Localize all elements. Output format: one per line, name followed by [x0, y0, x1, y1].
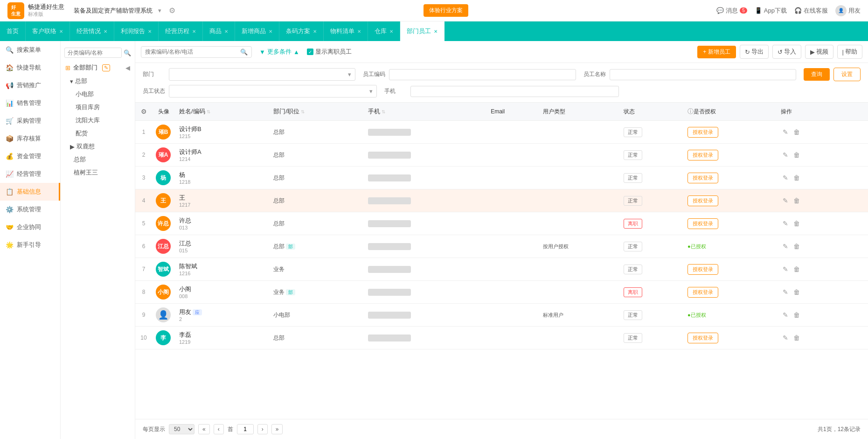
- close-tab-icon[interactable]: ✕: [104, 29, 107, 34]
- column-settings-button[interactable]: ⚙: [141, 108, 147, 115]
- dept-item-project-room[interactable]: 项目库房: [61, 101, 135, 114]
- message-button[interactable]: 💬 消息 5: [716, 7, 747, 15]
- dept-item-delivery[interactable]: 配货: [61, 127, 135, 140]
- help-button[interactable]: | 帮助: [837, 45, 862, 59]
- tab-bom[interactable]: 物料清单 ✕: [324, 21, 368, 41]
- delete-button[interactable]: 🗑: [792, 287, 802, 297]
- tab-profit[interactable]: 利润报告 ✕: [114, 21, 159, 41]
- emp-name-input[interactable]: [610, 69, 796, 80]
- dropdown-arrow-icon[interactable]: ▾: [158, 7, 161, 14]
- emp-status-select[interactable]: ▾: [169, 85, 377, 98]
- first-page-button[interactable]: «: [198, 424, 210, 434]
- authorize-button[interactable]: 授权登录: [687, 173, 718, 183]
- view-button[interactable]: ▶ 视频: [805, 45, 833, 59]
- dept-collapse-icon[interactable]: ◀: [125, 64, 130, 71]
- dept-select[interactable]: ▾: [169, 68, 355, 81]
- dept-search-input[interactable]: [64, 48, 122, 58]
- delete-button[interactable]: 🗑: [792, 150, 802, 160]
- sidebar-item-purchase[interactable]: 🛒 采购管理: [0, 112, 60, 130]
- close-tab-icon[interactable]: ✕: [389, 29, 393, 34]
- show-resigned-toggle[interactable]: ✓ 显示离职员工: [307, 48, 352, 56]
- sidebar-item-basic[interactable]: 📋 基础信息: [0, 183, 60, 201]
- close-tab-icon[interactable]: ✕: [269, 29, 272, 34]
- delete-button[interactable]: 🗑: [792, 310, 802, 320]
- edit-button[interactable]: ✎: [781, 287, 790, 297]
- edit-button[interactable]: ✎: [781, 242, 790, 251]
- gear-icon[interactable]: ⚙: [169, 6, 175, 15]
- dept-item-headquarters[interactable]: ▾ 总部: [61, 75, 135, 88]
- col-dept[interactable]: 部门/职位 ⇅: [270, 103, 364, 121]
- authorize-button[interactable]: 授权登录: [687, 264, 718, 275]
- online-service-button[interactable]: 🎧 在线客服: [794, 7, 828, 15]
- close-tab-icon[interactable]: ✕: [357, 29, 361, 34]
- authorize-button[interactable]: 授权登录: [687, 127, 718, 138]
- close-tab-icon[interactable]: ✕: [313, 29, 317, 34]
- tab-history[interactable]: 经营历程 ✕: [159, 21, 203, 41]
- prev-page-button[interactable]: ‹: [214, 424, 224, 434]
- delete-button[interactable]: 🗑: [792, 173, 802, 182]
- tab-employees[interactable]: 部门员工 ✕: [400, 21, 444, 41]
- delete-button[interactable]: 🗑: [792, 265, 802, 274]
- delete-button[interactable]: 🗑: [792, 196, 802, 205]
- tab-customer[interactable]: 客户联络 ✕: [26, 21, 70, 41]
- tab-new-goods[interactable]: 新增商品 ✕: [235, 21, 279, 41]
- authorize-button[interactable]: 授权登录: [687, 150, 718, 160]
- tab-operation[interactable]: 经营情况 ✕: [70, 21, 114, 41]
- col-name[interactable]: 姓名/编码 ⇅: [175, 103, 270, 121]
- search-button[interactable]: 查询: [804, 68, 830, 81]
- dept-item-shenyang[interactable]: 沈阳大库: [61, 114, 135, 127]
- sidebar-item-management[interactable]: 📈 经营管理: [0, 165, 60, 183]
- authorize-button[interactable]: 授权登录: [687, 287, 718, 298]
- next-page-button[interactable]: ›: [257, 424, 268, 434]
- sidebar-item-inventory[interactable]: 📦 库存核算: [0, 130, 60, 147]
- add-employee-button[interactable]: + 新增员工: [697, 46, 736, 58]
- sidebar-item-marketing[interactable]: 📢 营销推广: [0, 77, 60, 94]
- sidebar-item-guide[interactable]: 🌟 新手引导: [0, 236, 60, 254]
- col-setting[interactable]: ⚙: [135, 103, 152, 121]
- dept-item-shuanglu[interactable]: ▶ 双鹿想: [61, 140, 135, 153]
- tab-barcode[interactable]: 条码方案 ✕: [279, 21, 324, 41]
- trial-button[interactable]: 体验行业方案: [424, 4, 468, 17]
- close-tab-icon[interactable]: ✕: [59, 29, 63, 34]
- export-button[interactable]: ↻ 导出: [740, 45, 769, 59]
- app-download-button[interactable]: 📱 App下载: [755, 7, 787, 15]
- close-tab-icon[interactable]: ✕: [148, 29, 152, 34]
- close-tab-icon[interactable]: ✕: [224, 29, 228, 34]
- delete-button[interactable]: 🗑: [792, 219, 802, 228]
- sidebar-item-quicknav[interactable]: 🏠 快捷导航: [0, 59, 60, 77]
- tab-home[interactable]: 首页: [0, 21, 26, 41]
- search-input[interactable]: [145, 49, 238, 55]
- delete-button[interactable]: 🗑: [792, 242, 802, 251]
- emp-code-input[interactable]: [389, 69, 576, 80]
- import-button[interactable]: ↺ 导入: [772, 45, 801, 59]
- sidebar-item-search[interactable]: 🔍 搜索菜单: [0, 41, 60, 59]
- sidebar-item-finance[interactable]: 💰 资金管理: [0, 147, 60, 165]
- tab-goods[interactable]: 商品 ✕: [203, 21, 235, 41]
- edit-button[interactable]: ✎: [781, 150, 790, 160]
- dept-item-small-elec[interactable]: 小电部: [61, 88, 135, 101]
- col-phone[interactable]: 手机 ⇅: [364, 103, 487, 121]
- dept-item-plant-king[interactable]: 植树王三: [61, 166, 135, 179]
- edit-button[interactable]: ✎: [781, 219, 790, 228]
- authorize-button[interactable]: 授权登录: [687, 195, 718, 206]
- page-size-select[interactable]: 50 20 100: [169, 424, 194, 434]
- delete-button[interactable]: 🗑: [792, 333, 802, 342]
- dept-item-hq2[interactable]: 总部: [61, 153, 135, 166]
- authorize-button[interactable]: 授权登录: [687, 333, 718, 343]
- settings-button[interactable]: 设置: [833, 68, 861, 81]
- edit-button[interactable]: ✎: [781, 127, 790, 137]
- sidebar-item-collab[interactable]: 🤝 企业协同: [0, 218, 60, 236]
- phone-input[interactable]: [410, 86, 618, 97]
- sidebar-item-system[interactable]: ⚙️ 系统管理: [0, 201, 60, 218]
- sidebar-item-sales[interactable]: 📊 销售管理: [0, 94, 60, 112]
- edit-button[interactable]: ✎: [781, 196, 790, 205]
- last-page-button[interactable]: »: [271, 424, 283, 434]
- edit-button[interactable]: ✎: [781, 333, 790, 342]
- delete-button[interactable]: 🗑: [792, 127, 802, 137]
- page-number-input[interactable]: [237, 424, 254, 434]
- edit-button[interactable]: ✎: [781, 310, 790, 320]
- edit-button[interactable]: ✎: [781, 265, 790, 274]
- close-tab-icon[interactable]: ✕: [434, 29, 437, 34]
- more-filter-button[interactable]: ▼ 更多条件 ▲: [256, 46, 303, 58]
- authorize-button[interactable]: 授权登录: [687, 218, 718, 229]
